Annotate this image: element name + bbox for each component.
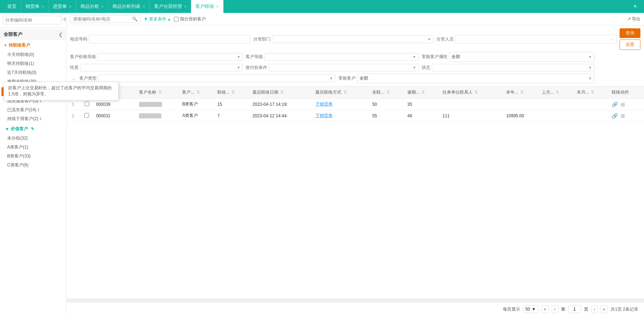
nav-purchase-order[interactable]: 进货单 ×	[48, 0, 76, 13]
page-input[interactable]	[568, 305, 581, 313]
value-customer-title[interactable]: ▼ 价值客户 ✎	[0, 124, 66, 134]
sidebar-search-input[interactable]	[3, 16, 62, 24]
retail-customer-select[interactable]: 全部 ▼	[357, 74, 594, 83]
phone-input[interactable]	[89, 35, 250, 43]
last-month-amount	[539, 110, 575, 122]
filter-phone: 电话号码	[70, 35, 250, 43]
gender-select[interactable]: ▼	[80, 64, 243, 71]
sort-icon-type[interactable]: ⇅	[196, 90, 200, 95]
query-button[interactable]: 查询	[620, 28, 640, 38]
my-customers-check[interactable]	[174, 17, 179, 22]
close-customer-segment-icon[interactable]: ×	[184, 4, 186, 9]
action-buttons: 查询 设置	[620, 28, 640, 50]
table-area: ⚙ 客户编码 ⇅ 客户名称 ⇅ 客户... ⇅	[66, 86, 644, 298]
more-icon[interactable]: ···	[611, 37, 614, 42]
last-contact-date: 2023-04-17 14:19:	[250, 99, 313, 110]
sort-icon-year[interactable]: ⇅	[520, 90, 524, 95]
row-checkbox[interactable]	[84, 113, 89, 118]
action-link-icon[interactable]: 🔗	[612, 113, 618, 119]
sort-icon-last-month[interactable]: ⇅	[556, 90, 559, 95]
close-sales-order-icon[interactable]: ×	[42, 4, 44, 9]
action-link-icon[interactable]: 🔗	[612, 102, 618, 107]
nav-product-analysis[interactable]: 商品分析 ×	[76, 0, 108, 13]
chevron-down-icon: ▼	[427, 37, 431, 41]
more-filter-btn[interactable]: ...	[70, 76, 77, 81]
edit-icon[interactable]: ✎	[31, 127, 34, 131]
filter-price-level: 客户价格等级 ▼	[70, 53, 243, 61]
col-action: 联络动作	[610, 86, 644, 99]
sort-icon-contact[interactable]: ⇅	[231, 90, 235, 95]
action-grid-icon[interactable]: ⊞	[621, 113, 625, 119]
sort-icon-method[interactable]: ⇅	[343, 90, 347, 95]
payment-select[interactable]: ▼	[269, 64, 418, 71]
sidebar-item-tomorrow-pending[interactable]: 明天待联络(1)	[0, 59, 66, 68]
nav-sales-order[interactable]: 销货单 ×	[21, 0, 48, 13]
content-area: 🔍 ▼ 更多条件 ▲ 我分管的客户 ↗ 导出 电话号码	[66, 13, 644, 316]
filter-row-3: 性质 ▼ 收付款条件 ▼ 状态 ▼	[70, 64, 640, 71]
row-num: 2	[66, 110, 80, 122]
nav-customer-contact[interactable]: 客户联络 ×	[191, 0, 223, 13]
sidebar-item-7day-pending[interactable]: 近7天待联络(0)	[0, 68, 66, 77]
first-page-btn[interactable]: «	[541, 305, 549, 313]
retail-attr-select[interactable]: 全部 ▼	[449, 52, 594, 62]
sort-icon-person[interactable]: ⇅	[474, 90, 478, 95]
customer-type: B类客户	[180, 99, 215, 110]
close-purchase-order-icon[interactable]: ×	[69, 4, 71, 9]
person-select[interactable]: ···	[455, 35, 617, 43]
close-product-analysis-icon[interactable]: ×	[101, 4, 103, 9]
close-customer-contact-icon[interactable]: ×	[216, 4, 218, 9]
sort-icon-name[interactable]: ⇅	[158, 90, 162, 95]
export-button[interactable]: ↗ 导出	[627, 16, 640, 22]
next-page-btn[interactable]: ›	[591, 305, 598, 313]
sidebar-item-churned[interactable]: 已流失客户(24) ℹ	[0, 105, 66, 114]
page-size-select[interactable]: 50 ▼	[523, 305, 538, 313]
price-level-select[interactable]: ▼	[97, 53, 243, 61]
nav-product-analysis-list[interactable]: 商品分析列表 ×	[108, 0, 149, 13]
last-contact-method[interactable]: 下销货单	[313, 110, 370, 122]
filter-customer-level: 客户等级 ▼	[246, 53, 418, 61]
action-grid-icon[interactable]: ⊞	[621, 102, 625, 107]
sidebar-item-today-pending[interactable]: 今天待联络(0)	[0, 50, 66, 59]
sort-icon-overdue[interactable]: ⇅	[421, 90, 425, 95]
sidebar-item-class-a[interactable]: A类客户(1)	[0, 143, 66, 152]
prev-page-btn[interactable]: ‹	[552, 305, 558, 313]
filter-retail-customer: 零散客户 全部 ▼	[338, 74, 594, 83]
customer-type-select[interactable]: ▼	[98, 75, 335, 82]
row-checkbox-cell[interactable]	[80, 110, 94, 122]
my-customers-checkbox[interactable]: 我分管的客户	[174, 16, 206, 22]
pending-contact-title[interactable]: ▼ 待联络客户	[0, 41, 66, 50]
search-icon[interactable]: 🔍	[132, 16, 138, 22]
sidebar-item-unclassified[interactable]: 未分组(32)	[0, 134, 66, 143]
sidebar-item-class-b[interactable]: B类客户(33)	[0, 152, 66, 161]
sidebar-item-declining[interactable]: 持续下滑客户(2) ℹ	[0, 114, 66, 123]
close-product-analysis-list-icon[interactable]: ×	[143, 4, 145, 9]
last-page-btn[interactable]: »	[601, 305, 608, 313]
contact-count: 15	[215, 99, 250, 110]
chevron-down-icon-payment: ▼	[413, 66, 416, 70]
all-customers-section[interactable]: 全部客户 ❮	[0, 29, 66, 40]
dept-select[interactable]: ▼	[272, 36, 434, 43]
horizontal-scrollbar[interactable]	[66, 298, 644, 302]
sort-icon-date[interactable]: ⇅	[280, 90, 284, 95]
sidebar: 🔍 全部客户 ❮ ▼ 待联络客户 今天待联络(0) 明天待联络(1)	[0, 13, 66, 316]
nav-home[interactable]: 首页	[3, 0, 21, 13]
search-input[interactable]	[73, 16, 131, 22]
window-close-button[interactable]: ×	[629, 3, 641, 10]
sidebar-search-icon[interactable]: 🔍	[63, 18, 66, 23]
col-uncontacted: 未联... ⇅	[370, 86, 405, 99]
last-contact-method[interactable]: 下销货单	[313, 99, 370, 110]
row-checkbox[interactable]	[84, 102, 89, 106]
customer-level-select[interactable]: ▼	[264, 53, 418, 61]
search-input-wrap: 🔍	[70, 15, 141, 23]
nav-customer-segment[interactable]: 客户分层经营 ×	[150, 0, 191, 13]
filter-row-2: 客户价格等级 ▼ 客户等级 ▼ 零散客户属性 全部 ▼	[70, 52, 640, 62]
sort-icon-uncontacted[interactable]: ⇅	[386, 90, 390, 95]
settings-button[interactable]: 设置	[620, 39, 640, 50]
sort-icon-this-month[interactable]: ⇅	[591, 90, 594, 95]
collapse-icon: ❮	[59, 32, 62, 37]
more-conditions-btn[interactable]: ▼ 更多条件 ▲	[144, 16, 171, 22]
sidebar-item-class-c[interactable]: C类客户(6)	[0, 161, 66, 170]
this-month-amount	[575, 99, 610, 110]
customer-name	[137, 110, 180, 122]
status-select[interactable]: ▼	[432, 64, 594, 71]
